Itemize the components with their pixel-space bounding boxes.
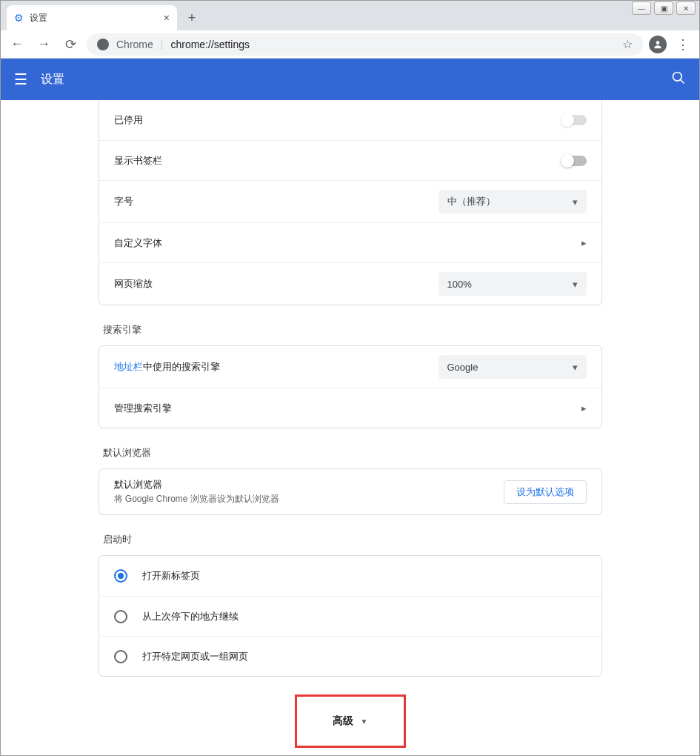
caret-down-icon: ▾ — [573, 362, 578, 373]
label-manage-engines: 管理搜索引擎 — [114, 402, 581, 415]
section-search-engine: 搜索引擎 — [103, 323, 602, 336]
row-custom-fonts[interactable]: 自定义字体 ▸ — [99, 222, 601, 262]
toggle-show-bookmarks[interactable] — [561, 156, 587, 166]
back-button[interactable]: ← — [7, 34, 27, 55]
label-address-bar-engine: 地址栏中使用的搜索引擎 — [114, 360, 439, 374]
set-default-button[interactable]: 设为默认选项 — [504, 480, 587, 504]
default-browser-desc: 将 Google Chrome 浏览器设为默认浏览器 — [114, 493, 504, 505]
omnibox-path: chrome://settings — [170, 39, 250, 50]
advanced-label: 高级 — [333, 714, 353, 728]
chevron-right-icon: ▸ — [581, 237, 587, 248]
row-address-bar-engine: 地址栏中使用的搜索引擎 Google ▾ — [99, 346, 601, 388]
forward-button[interactable]: → — [33, 34, 54, 55]
startup-card: 打开新标签页 从上次停下的地方继续 打开特定网页或一组网页 — [99, 555, 602, 677]
search-icon[interactable] — [671, 70, 686, 89]
label-startup-continue: 从上次停下的地方继续 — [142, 610, 239, 623]
omnibox[interactable]: Chrome | chrome://settings ☆ — [87, 33, 643, 56]
section-default-browser: 默认浏览器 — [103, 446, 602, 460]
reload-button[interactable]: ⟳ — [60, 34, 81, 55]
row-startup-continue[interactable]: 从上次停下的地方继续 — [99, 596, 601, 636]
toolbar: ← → ⟳ Chrome | chrome://settings ☆ ⋮ — [1, 30, 699, 59]
row-page-zoom: 网页缩放 100% ▾ — [99, 262, 601, 305]
close-window-button[interactable]: ✕ — [676, 1, 696, 15]
section-startup: 启动时 — [103, 533, 602, 546]
appearance-card: 已停用 显示书签栏 字号 中（推荐） ▾ 自定义字体 ▸ 网页缩放 — [99, 100, 602, 305]
settings-viewport[interactable]: 已停用 显示书签栏 字号 中（推荐） ▾ 自定义字体 ▸ 网页缩放 — [1, 100, 699, 755]
caret-down-icon: ▾ — [573, 196, 578, 208]
window-controls: — ▣ ✕ — [629, 1, 696, 15]
radio-newtab[interactable] — [114, 569, 127, 583]
default-browser-title: 默认浏览器 — [114, 478, 504, 491]
address-bar-rest: 中使用的搜索引擎 — [143, 361, 220, 372]
tab-title: 设置 — [30, 12, 47, 24]
gear-icon: ⚙ — [14, 12, 24, 24]
row-manage-engines[interactable]: 管理搜索引擎 ▸ — [99, 388, 601, 428]
maximize-button[interactable]: ▣ — [654, 1, 673, 15]
profile-avatar[interactable] — [649, 36, 667, 53]
tab-settings[interactable]: ⚙ 设置 × — [7, 5, 177, 30]
chevron-right-icon: ▸ — [581, 402, 587, 414]
settings-content: 已停用 显示书签栏 字号 中（推荐） ▾ 自定义字体 ▸ 网页缩放 — [99, 100, 602, 755]
chrome-icon — [97, 39, 109, 50]
search-engine-value: Google — [447, 362, 479, 373]
radio-specific[interactable] — [114, 650, 127, 663]
page-title: 设置 — [41, 72, 64, 87]
hamburger-icon[interactable]: ☰ — [14, 70, 27, 88]
omnibox-prefix: Chrome — [116, 39, 153, 50]
label-startup-newtab: 打开新标签页 — [142, 569, 200, 583]
tab-strip: ⚙ 设置 × + — [1, 1, 699, 30]
select-search-engine[interactable]: Google ▾ — [439, 355, 587, 379]
svg-point-1 — [673, 72, 682, 81]
default-browser-card: 默认浏览器 将 Google Chrome 浏览器设为默认浏览器 设为默认选项 — [99, 468, 602, 515]
toggle-disabled — [561, 115, 587, 125]
svg-line-2 — [681, 79, 684, 83]
close-tab-icon[interactable]: × — [164, 12, 170, 24]
row-show-bookmarks: 显示书签栏 — [99, 140, 601, 180]
address-bar-link[interactable]: 地址栏 — [114, 361, 143, 372]
select-font-size[interactable]: 中（推荐） ▾ — [439, 190, 587, 213]
new-tab-button[interactable]: + — [181, 7, 202, 28]
label-page-zoom: 网页缩放 — [114, 277, 439, 291]
label-startup-specific: 打开特定网页或一组网页 — [142, 650, 248, 663]
row-font-size: 字号 中（推荐） ▾ — [99, 180, 601, 222]
row-default-browser: 默认浏览器 将 Google Chrome 浏览器设为默认浏览器 设为默认选项 — [99, 469, 601, 514]
radio-continue[interactable] — [114, 610, 127, 623]
minimize-button[interactable]: — — [632, 1, 651, 15]
search-engine-card: 地址栏中使用的搜索引擎 Google ▾ 管理搜索引擎 ▸ — [99, 345, 602, 428]
menu-button[interactable]: ⋮ — [673, 34, 693, 55]
row-startup-newtab[interactable]: 打开新标签页 — [99, 556, 601, 596]
caret-down-icon: ▾ — [573, 279, 578, 290]
page-zoom-value: 100% — [447, 279, 472, 290]
label-default-browser: 默认浏览器 将 Google Chrome 浏览器设为默认浏览器 — [114, 478, 504, 505]
omnibox-separator: | — [161, 39, 164, 50]
svg-point-0 — [656, 41, 660, 44]
font-size-value: 中（推荐） — [447, 195, 496, 208]
row-startup-specific[interactable]: 打开特定网页或一组网页 — [99, 636, 601, 676]
label-font-size: 字号 — [114, 195, 439, 208]
row-disabled: 已停用 — [99, 100, 601, 140]
star-icon[interactable]: ☆ — [622, 37, 633, 51]
label-custom-fonts: 自定义字体 — [114, 236, 581, 250]
settings-header: ☰ 设置 — [1, 59, 699, 100]
label-show-bookmarks: 显示书签栏 — [114, 154, 561, 168]
label-disabled: 已停用 — [114, 113, 561, 127]
caret-down-icon: ▼ — [361, 717, 368, 726]
select-page-zoom[interactable]: 100% ▾ — [439, 272, 587, 296]
advanced-button[interactable]: 高级 ▼ — [295, 694, 406, 748]
